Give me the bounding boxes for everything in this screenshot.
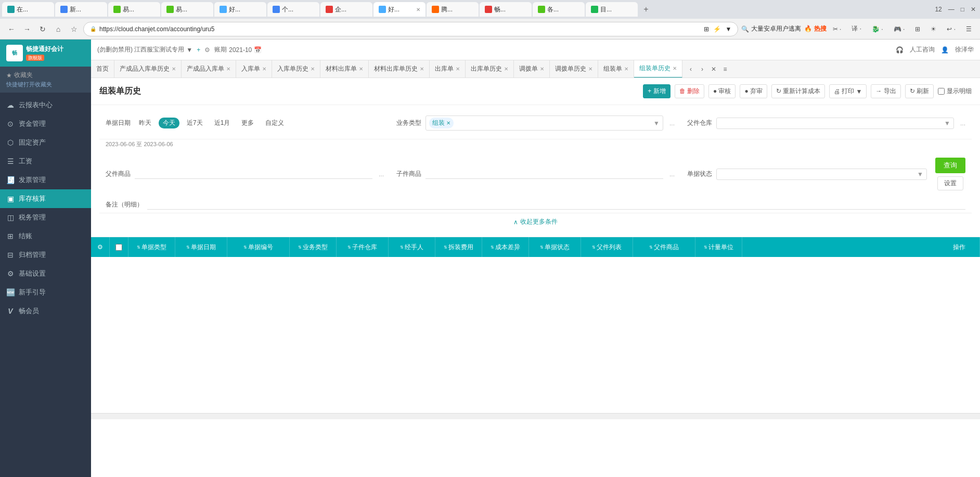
tab-close-out[interactable]: ✕ xyxy=(456,66,460,72)
date-btn-today[interactable]: 今天 xyxy=(159,118,179,128)
date-btn-yesterday[interactable]: 昨天 xyxy=(135,118,156,128)
tab-assemble-history[interactable]: 组装单历史 ✕ xyxy=(634,60,682,78)
tab-close-assemble[interactable]: ✕ xyxy=(624,66,628,72)
tab-close-current[interactable]: ✕ xyxy=(708,64,719,74)
child-goods-input-area[interactable] xyxy=(425,169,663,179)
qr-icon[interactable]: ⊞ xyxy=(704,25,709,33)
sort-disassemble-cost-icon[interactable]: ⇅ xyxy=(444,245,447,250)
browser-tab-1[interactable]: 在... xyxy=(2,2,54,17)
date-btn-1month[interactable]: 近1月 xyxy=(210,118,235,128)
browser-tab-7[interactable]: 企... xyxy=(320,2,372,17)
parent-goods-input[interactable] xyxy=(135,170,213,177)
tab-material-out-history[interactable]: 材料出库单历史 ✕ xyxy=(369,60,430,78)
tab-close-transfer[interactable]: ✕ xyxy=(540,66,544,72)
sidebar-item-fund[interactable]: ⊙ 资金管理 xyxy=(0,114,91,133)
tab-close-material-out[interactable]: ✕ xyxy=(359,66,363,72)
tab-assemble[interactable]: 组装单 ✕ xyxy=(598,60,634,78)
tab-more[interactable]: ≡ xyxy=(720,64,730,74)
star-button[interactable]: ☆ xyxy=(68,23,80,35)
tab-produce-in[interactable]: 产成品入库单 ✕ xyxy=(182,60,236,78)
game-tool[interactable]: 🎮 · xyxy=(891,24,908,34)
col-settings[interactable]: ⚙ xyxy=(91,237,110,257)
browser-tab-11[interactable]: 各... xyxy=(533,2,585,17)
translate-tool[interactable]: 译 · xyxy=(848,23,865,34)
tab-transfer-history[interactable]: 调拨单历史 ✕ xyxy=(550,60,598,78)
sidebar-item-inventory[interactable]: ▣ 库存核算 xyxy=(0,189,91,208)
remarks-input[interactable] xyxy=(147,201,965,208)
tab-close-stock-in-history[interactable]: ✕ xyxy=(311,66,315,72)
sidebar-item-invoice[interactable]: 🧾 发票管理 xyxy=(0,171,91,189)
tab-close-out-history[interactable]: ✕ xyxy=(504,66,508,72)
minimize-button[interactable]: — xyxy=(946,5,957,14)
sidebar-item-archive[interactable]: ⊟ 归档管理 xyxy=(0,246,91,264)
biz-type-dropdown-arrow[interactable]: ▼ xyxy=(653,120,660,127)
sort-parent-list-icon[interactable]: ⇅ xyxy=(592,245,596,250)
cut-tool[interactable]: ✂ · xyxy=(830,24,845,34)
tab-stock-in-history[interactable]: 入库单历史 ✕ xyxy=(272,60,320,78)
tab-home[interactable]: 首页 xyxy=(91,60,114,78)
sort-child-warehouse-icon[interactable]: ⇅ xyxy=(347,245,351,250)
browser-tab-3[interactable]: 易... xyxy=(108,2,160,17)
tab-out[interactable]: 出库单 ✕ xyxy=(430,60,466,78)
date-btn-custom[interactable]: 自定义 xyxy=(261,118,288,128)
query-button[interactable]: 查询 xyxy=(935,158,965,173)
child-goods-input[interactable] xyxy=(425,170,504,177)
menu-tool[interactable]: ☰ xyxy=(963,24,975,34)
home-button[interactable]: ⌂ xyxy=(52,23,65,35)
back-button[interactable]: ← xyxy=(5,23,18,35)
emoji-tool[interactable]: 🐉 · xyxy=(869,24,886,34)
settings-gear-icon[interactable]: ⚙ xyxy=(204,46,210,54)
maximize-button[interactable]: □ xyxy=(959,5,966,14)
new-tab-button[interactable]: + xyxy=(639,2,653,17)
collapse-button[interactable]: ∧ 收起更多条件 xyxy=(513,217,558,226)
browser-tab-9[interactable]: 腾... xyxy=(427,2,479,17)
biz-type-input-area[interactable]: 组装 ✕ ▼ xyxy=(425,115,663,131)
dropdown-icon[interactable]: ▼ xyxy=(725,25,731,33)
order-status-input-area[interactable]: ▼ xyxy=(716,169,927,180)
calendar-icon[interactable]: 📅 xyxy=(254,46,262,54)
browser-tab-5[interactable]: 好... xyxy=(214,2,266,17)
col-check[interactable] xyxy=(110,237,128,257)
sort-order-no-icon[interactable]: ⇅ xyxy=(243,245,247,250)
tab-scroll-right[interactable]: › xyxy=(697,64,707,74)
tab-close-stock-in[interactable]: ✕ xyxy=(262,66,266,72)
abandon-button[interactable]: ● 弃审 xyxy=(740,84,767,98)
tab-material-out[interactable]: 材料出库单 ✕ xyxy=(320,60,369,78)
refresh-button[interactable]: ↻ 刷新 xyxy=(905,84,934,98)
date-btn-7days[interactable]: 近7天 xyxy=(183,118,207,128)
sidebar-item-settings[interactable]: ⚙ 基础设置 xyxy=(0,264,91,283)
address-bar[interactable]: 🔒 https://cloud.chanjet.com/accounting/u… xyxy=(83,22,738,36)
select-all-checkbox[interactable] xyxy=(115,244,122,251)
sun-tool[interactable]: ☀ xyxy=(927,24,939,34)
parent-goods-input-area[interactable] xyxy=(135,169,372,179)
parent-warehouse-more-btn[interactable]: ... xyxy=(960,120,965,127)
export-button[interactable]: → 导出 xyxy=(871,84,900,98)
sort-cost-diff-icon[interactable]: ⇅ xyxy=(491,245,494,250)
print-button[interactable]: 🖨 打印 ▼ xyxy=(829,84,867,98)
close-button[interactable]: ✕ xyxy=(969,5,978,14)
add-button[interactable]: + 新增 xyxy=(643,84,670,98)
sidebar-item-cloud-report[interactable]: ☁ 云报表中心 xyxy=(0,96,91,114)
tab-close-produce-in[interactable]: ✕ xyxy=(226,66,230,72)
delete-button[interactable]: 🗑 删除 xyxy=(675,84,704,98)
search-bar[interactable]: 🔍 大量安卓用户逃离 xyxy=(741,24,801,33)
tab-transfer[interactable]: 调拨单 ✕ xyxy=(514,60,550,78)
hot-search[interactable]: 🔥 热搜 xyxy=(804,24,826,33)
add-company-button[interactable]: + xyxy=(197,46,200,54)
grid-tool[interactable]: ⊞ xyxy=(912,24,923,34)
biz-type-tag-close[interactable]: ✕ xyxy=(446,120,450,126)
sort-order-date-icon[interactable]: ⇅ xyxy=(186,245,190,250)
sidebar-item-member[interactable]: V 畅会员 xyxy=(0,302,91,320)
tab-close-transfer-history[interactable]: ✕ xyxy=(588,66,592,72)
browser-tab-2[interactable]: 新... xyxy=(55,2,107,17)
sidebar-item-tax[interactable]: ◫ 税务管理 xyxy=(0,208,91,227)
tab-out-history[interactable]: 出库单历史 ✕ xyxy=(466,60,514,78)
sidebar-item-fixed-assets[interactable]: ⬡ 固定资产 xyxy=(0,133,91,152)
recalc-cost-button[interactable]: ↻ 重新计算成本 xyxy=(771,84,825,98)
browser-tab-4[interactable]: 易... xyxy=(161,2,213,17)
tab-close-material-out-history[interactable]: ✕ xyxy=(420,66,424,72)
sidebar-item-salary[interactable]: ☰ 工资 xyxy=(0,152,91,171)
browser-tab-6[interactable]: 个... xyxy=(267,2,319,17)
sidebar-item-settle[interactable]: ⊞ 结账 xyxy=(0,227,91,246)
remarks-input-area[interactable] xyxy=(147,200,965,210)
